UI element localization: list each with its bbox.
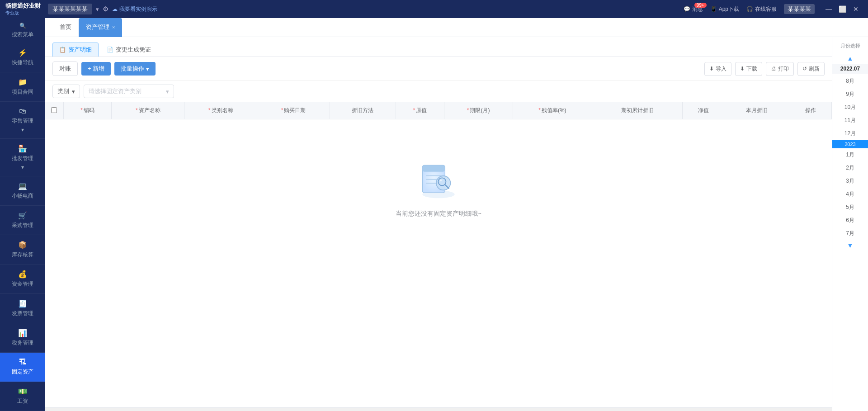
- refresh-icon: ↺: [802, 66, 807, 72]
- sidebar-item-salary[interactable]: 💵 工资: [0, 382, 45, 411]
- sub-tab-voucher[interactable]: 📄 变更生成凭证: [100, 43, 157, 57]
- sidebar-item-quick-nav[interactable]: ⚡ 快捷导航: [0, 43, 45, 72]
- th-period: *期限(月): [444, 102, 513, 119]
- match-button[interactable]: 对账: [52, 61, 78, 76]
- message-badge: 99+: [694, 3, 707, 8]
- online-service-button[interactable]: 🎧 在线客服: [746, 5, 777, 13]
- app-download-label: App下载: [719, 5, 739, 13]
- finance-icon: 💰: [18, 270, 27, 279]
- month-item-3[interactable]: 3月: [832, 175, 868, 188]
- month-item-9[interactable]: 9月: [832, 88, 868, 101]
- sidebar-item-fixed-assets[interactable]: 🏗 固定资产: [0, 353, 45, 382]
- month-item-12[interactable]: 12月: [832, 127, 868, 140]
- fixed-assets-icon: 🏗: [19, 358, 26, 366]
- tab-asset[interactable]: 资产管理 ×: [79, 18, 122, 37]
- month-item-5[interactable]: 5月: [832, 201, 868, 214]
- month-item-6[interactable]: 6月: [832, 214, 868, 227]
- sidebar-item-project[interactable]: 📁 项目合同: [0, 72, 45, 102]
- filter-row: 类别 ▾ 请选择固定资产类别 ▾: [45, 81, 832, 102]
- sidebar-item-inventory[interactable]: 📦 库存核算: [0, 235, 45, 265]
- maximize-button[interactable]: ⬜: [835, 2, 849, 16]
- sidebar-item-wholesale-label: 批发管理: [12, 155, 33, 162]
- month-item-7[interactable]: 7月: [832, 227, 868, 240]
- wholesale-arrow: ▾: [21, 164, 24, 170]
- th-residual-rate: *残值率(%): [513, 102, 592, 119]
- print-label: 打印: [778, 65, 789, 73]
- sidebar-item-finance[interactable]: 💰 资金管理: [0, 265, 45, 294]
- close-button[interactable]: ✕: [849, 2, 863, 16]
- message-icon: 💬: [684, 6, 690, 12]
- minimize-button[interactable]: —: [822, 2, 835, 16]
- svg-rect-2: [422, 165, 445, 171]
- import-icon: ⬇: [709, 66, 714, 72]
- ecommerce-icon: 💻: [18, 182, 27, 190]
- import-button[interactable]: ⬇ 导入: [704, 62, 731, 76]
- invoice-icon: 🧾: [18, 299, 27, 308]
- sidebar: 🔍 搜索菜单 ⚡ 快捷导航 📁 项目合同 🛍 零售管理 ▾ 🏪 批发管理 ▾ 💻…: [0, 18, 45, 411]
- download-icon: ⬇: [740, 66, 745, 72]
- empty-illustration: [411, 156, 466, 201]
- page-content: 📋 资产明细 📄 变更生成凭证 对账 + 新增 批量操作 ▾: [45, 37, 868, 411]
- inventory-icon: 📦: [18, 241, 27, 249]
- month-item-1[interactable]: 1月: [832, 148, 868, 161]
- add-button[interactable]: + 新增: [81, 62, 111, 76]
- month-picker-up[interactable]: ▲: [845, 53, 855, 64]
- category-input[interactable]: 请选择固定资产类别 ▾: [84, 85, 174, 98]
- company-dropdown-icon[interactable]: ▾: [96, 6, 99, 13]
- sidebar-item-salary-label: 工资: [17, 397, 28, 405]
- month-item-10[interactable]: 10月: [832, 101, 868, 114]
- sidebar-item-purchase[interactable]: 🛒 采购管理: [0, 206, 45, 235]
- sub-tab-detail[interactable]: 📋 资产明细: [52, 43, 99, 57]
- user-avatar[interactable]: 某某某某: [784, 4, 815, 14]
- month-picker-down[interactable]: ▼: [845, 240, 855, 251]
- demo-link[interactable]: ☁ 我要看实例演示: [112, 5, 157, 13]
- sidebar-item-retail[interactable]: 🛍 零售管理 ▾: [0, 102, 45, 139]
- select-all-checkbox[interactable]: [51, 107, 57, 113]
- tab-home[interactable]: 首页: [52, 18, 79, 37]
- th-purchase-date: *购买日期: [257, 102, 330, 119]
- cloud-icon: ☁: [112, 6, 118, 12]
- salary-icon: 💵: [18, 387, 27, 396]
- sidebar-item-ecommerce[interactable]: 💻 小畅电商: [0, 176, 45, 206]
- category-select[interactable]: 类别 ▾: [52, 85, 80, 98]
- content-area: 首页 资产管理 × 📋 资产明细 📄 变更生成凭证: [45, 18, 868, 411]
- th-monthly-depreciation: 本月折旧: [724, 102, 790, 119]
- category-dropdown-icon: ▾: [72, 88, 75, 95]
- sidebar-item-tax-label: 税务管理: [12, 339, 33, 347]
- tab-home-label: 首页: [60, 23, 71, 31]
- message-button[interactable]: 💬 消息 99+: [684, 5, 703, 13]
- month-picker: 月份选择 ▲ 2022.07 8月 9月 10月 11月 12月 2023 1月…: [832, 37, 868, 411]
- month-item-4[interactable]: 4月: [832, 188, 868, 201]
- month-item-8[interactable]: 8月: [832, 75, 868, 88]
- app-subtitle: 专业版: [5, 10, 19, 16]
- print-button[interactable]: 🖨 打印: [766, 62, 794, 76]
- sub-tabs: 📋 资产明细 📄 变更生成凭证: [45, 37, 832, 57]
- refresh-button[interactable]: ↺ 刷新: [797, 62, 825, 76]
- th-checkbox[interactable]: [45, 102, 63, 119]
- th-original-value: *原值: [396, 102, 444, 119]
- download-label: 下载: [746, 65, 757, 73]
- settings-icon[interactable]: ⚙: [103, 5, 108, 13]
- month-item-11[interactable]: 11月: [832, 114, 868, 127]
- voucher-tab-icon: 📄: [107, 47, 113, 53]
- app-download-button[interactable]: 📱 App下载: [710, 5, 739, 13]
- demo-link-text: 我要看实例演示: [119, 5, 157, 13]
- purchase-icon: 🛒: [18, 211, 27, 220]
- sidebar-item-invoice[interactable]: 🧾 发票管理: [0, 294, 45, 323]
- batch-button[interactable]: 批量操作 ▾: [114, 62, 156, 76]
- tab-asset-close[interactable]: ×: [112, 24, 115, 30]
- sidebar-item-tax[interactable]: 📊 税务管理: [0, 323, 45, 353]
- bottom-scrollbar[interactable]: [45, 407, 832, 411]
- category-input-arrow: ▾: [166, 88, 169, 95]
- month-picker-year: 2022.07: [832, 64, 868, 74]
- company-name[interactable]: 某某某某某某: [48, 4, 92, 14]
- top-bar: 畅捷通好业财 专业版 某某某某某某 ▾ ⚙ ☁ 我要看实例演示 💬 消息 99+…: [0, 0, 868, 18]
- th-depreciation-method: 折旧方法: [330, 102, 396, 119]
- month-item-2[interactable]: 2月: [832, 161, 868, 175]
- sidebar-item-search[interactable]: 🔍 搜索菜单: [0, 18, 45, 43]
- sidebar-item-wholesale[interactable]: 🏪 批发管理 ▾: [0, 139, 45, 176]
- sidebar-item-inventory-label: 库存核算: [12, 251, 33, 259]
- empty-text: 当前您还没有固定资产明细哦~: [396, 210, 481, 218]
- year-badge-2023: 2023: [832, 140, 868, 148]
- download-button[interactable]: ⬇ 下载: [735, 62, 762, 76]
